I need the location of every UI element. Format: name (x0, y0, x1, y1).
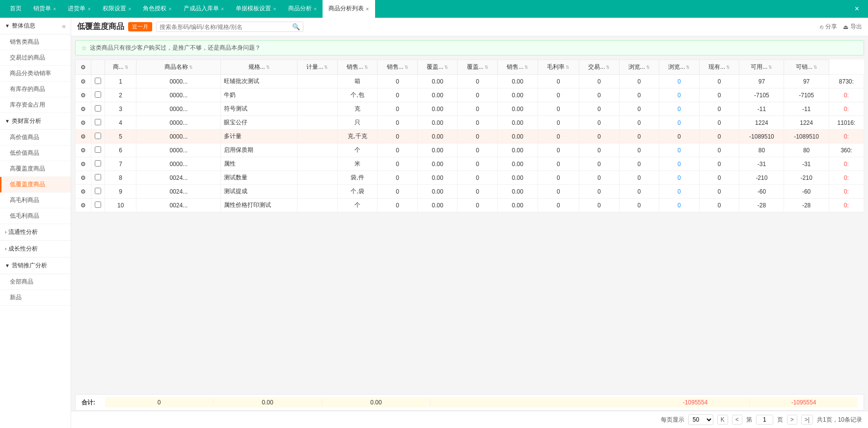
sidebar-promo-analysis-header[interactable]: ▼ 营销推广分析 (0, 257, 71, 274)
window-close-button[interactable]: × (850, 4, 864, 13)
nav-template-settings[interactable]: 单据模板设置 × (230, 0, 282, 18)
sidebar-item-low-coverage[interactable]: 低覆盖度商品 (0, 177, 71, 193)
row-settings[interactable]: ⚙ (76, 116, 91, 130)
col-coverage1[interactable]: 覆盖...⇅ (417, 60, 458, 75)
row-curr: -11 (739, 102, 784, 116)
nav-purchase-order[interactable]: 进货单 × (62, 0, 96, 18)
col-sales-amt[interactable]: 销售...⇅ (378, 60, 418, 75)
row-browse1[interactable]: 0 (659, 75, 700, 88)
row-browse1[interactable]: 0 (659, 88, 700, 102)
row-settings[interactable]: ⚙ (76, 171, 91, 185)
col-sales3[interactable]: 销售...⇅ (498, 60, 538, 75)
search-input[interactable] (160, 24, 290, 30)
row-settings[interactable]: ⚙ (76, 88, 91, 102)
row-browse1[interactable]: 0 (659, 171, 700, 185)
sidebar-item-stock-capital[interactable]: 库存资金占用 (0, 97, 71, 113)
page-number-input[interactable] (756, 415, 773, 425)
nav-product-analysis[interactable]: 商品分析 × (282, 0, 323, 18)
col-coverage2[interactable]: 覆盖...⇅ (458, 60, 498, 75)
row-settings[interactable]: ⚙ (76, 199, 91, 212)
sidebar-item-category-sales-rate[interactable]: 商品分类动销率 (0, 66, 71, 82)
close-sales-order-icon[interactable]: × (53, 6, 56, 12)
row-checkbox[interactable] (91, 116, 105, 130)
sidebar-item-high-coverage[interactable]: 高覆盖度商品 (0, 161, 71, 177)
col-code[interactable]: 商...⇅ (105, 60, 136, 75)
col-trade[interactable]: 交易...⇅ (579, 60, 620, 75)
sidebar-flow-analysis-header[interactable]: › 流通性分析 (0, 224, 71, 241)
row-unit: 箱 (337, 75, 378, 88)
col-spec[interactable]: 规格...⇅ (221, 60, 298, 75)
row-settings[interactable]: ⚙ (76, 75, 91, 88)
close-finished-goods-icon[interactable]: × (221, 6, 224, 12)
col-gross-margin[interactable]: 毛利率⇅ (538, 60, 579, 75)
prev-page-button[interactable]: < (732, 415, 742, 425)
sidebar-item-sales-goods[interactable]: 销售类商品 (0, 34, 71, 50)
sidebar-item-high-value[interactable]: 高价值商品 (0, 130, 71, 145)
row-checkbox[interactable] (91, 102, 105, 116)
row-settings[interactable]: ⚙ (76, 143, 91, 157)
sidebar-item-low-margin[interactable]: 低毛利商品 (0, 208, 71, 224)
row-browse2: 0 (699, 102, 739, 116)
sidebar-item-new-goods[interactable]: 新品 (0, 290, 71, 306)
nav-product-analysis-list[interactable]: 商品分析列表 × (323, 0, 375, 18)
row-checkbox[interactable] (91, 143, 105, 157)
share-button[interactable]: ⎋ 分享 (820, 23, 837, 31)
close-product-analysis-icon[interactable]: × (314, 6, 317, 12)
sidebar-item-high-margin[interactable]: 高毛利商品 (0, 193, 71, 208)
row-browse1[interactable]: 0 (659, 130, 700, 143)
row-checkbox[interactable] (91, 157, 105, 171)
nav-role-auth[interactable]: 角色授权 × (137, 0, 177, 18)
col-available-stock[interactable]: 可用...⇅ (739, 60, 784, 75)
nav-sales-order[interactable]: 销货单 × (27, 0, 62, 18)
sidebar-overall-header[interactable]: ▼ 整体信息 « (0, 18, 71, 34)
nav-home[interactable]: 首页 (4, 0, 27, 18)
row-checkbox[interactable] (91, 130, 105, 143)
col-unit[interactable]: 计量...⇅ (298, 60, 338, 75)
row-settings[interactable]: ⚙ (76, 102, 91, 116)
sidebar-collapse-icon[interactable]: « (62, 22, 66, 30)
nav-finished-goods[interactable]: 产成品入库单 × (178, 0, 230, 18)
col-browse2[interactable]: 浏览...⇅ (659, 60, 700, 75)
next-page-button[interactable]: > (787, 415, 797, 425)
close-role-auth-icon[interactable]: × (168, 6, 171, 12)
row-settings[interactable]: ⚙ (76, 157, 91, 171)
row-sales-qty: 0 (378, 88, 418, 102)
sidebar-sales-analysis-header[interactable]: ▼ 类财富分析 (0, 113, 71, 130)
table-wrapper[interactable]: ⚙ 商...⇅ 商品名称⇅ 规格...⇅ 计量...⇅ 销售...⇅ 销售...… (75, 59, 864, 394)
close-template-settings-icon[interactable]: × (273, 6, 276, 12)
row-checkbox[interactable] (91, 75, 105, 88)
col-name[interactable]: 商品名称⇅ (136, 60, 221, 75)
close-purchase-order-icon[interactable]: × (87, 6, 90, 12)
row-checkbox[interactable] (91, 199, 105, 212)
row-browse1[interactable]: 0 (659, 102, 700, 116)
per-page-select[interactable]: 50 100 (688, 414, 713, 425)
sidebar-item-low-value[interactable]: 低价值商品 (0, 145, 71, 161)
row-checkbox[interactable] (91, 88, 105, 102)
row-browse1[interactable]: 0 (659, 143, 700, 157)
col-settings[interactable]: ⚙ (76, 60, 91, 75)
sidebar-item-in-stock-goods[interactable]: 有库存的商品 (0, 82, 71, 97)
search-box: 🔍 (156, 22, 303, 32)
row-browse1[interactable]: 0 (659, 199, 700, 212)
sidebar-growth-analysis-header[interactable]: › 成长性分析 (0, 241, 71, 257)
export-button[interactable]: ⏏ 导出 (843, 23, 862, 31)
col-sellable[interactable]: 可销...⇅ (784, 60, 829, 75)
row-settings[interactable]: ⚙ (76, 130, 91, 143)
row-checkbox[interactable] (91, 171, 105, 185)
row-settings[interactable]: ⚙ (76, 185, 91, 199)
row-browse1[interactable]: 0 (659, 116, 700, 130)
row-browse1[interactable]: 0 (659, 157, 700, 171)
first-page-button[interactable]: K (717, 415, 728, 425)
sidebar-item-all-goods[interactable]: 全部商品 (0, 274, 71, 290)
col-current-stock[interactable]: 现有...⇅ (699, 60, 739, 75)
sidebar-item-traded-goods[interactable]: 交易过的商品 (0, 50, 71, 66)
row-browse1[interactable]: 0 (659, 185, 700, 199)
nav-permission[interactable]: 权限设置 × (97, 0, 137, 18)
close-permission-icon[interactable]: × (128, 6, 131, 12)
col-sales-qty[interactable]: 销售...⇅ (337, 60, 378, 75)
period-button[interactable]: 近一月 (128, 22, 152, 31)
row-checkbox[interactable] (91, 185, 105, 199)
last-page-button[interactable]: >| (801, 415, 813, 425)
col-browse1[interactable]: 浏览...⇅ (619, 60, 659, 75)
close-product-analysis-list-icon[interactable]: × (366, 6, 369, 12)
